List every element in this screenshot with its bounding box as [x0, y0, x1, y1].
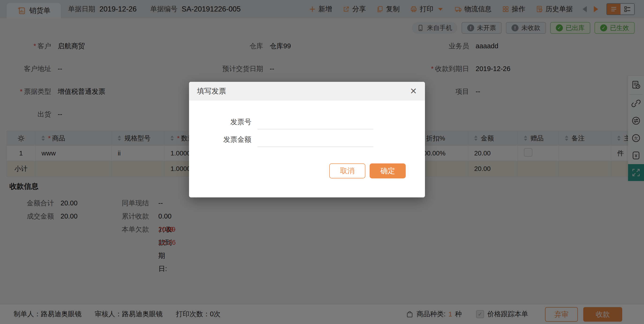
confirm-button[interactable]: 确定 [370, 164, 406, 178]
dialog-header: 填写发票 ✕ [189, 82, 425, 100]
invoice-no-label: 发票号 [189, 116, 252, 128]
invoice-no-input[interactable] [258, 119, 373, 130]
invoice-amount-label: 发票金额 [189, 134, 252, 145]
cancel-button[interactable]: 取消 [329, 164, 366, 178]
dialog-title: 填写发票 [197, 86, 226, 96]
close-icon[interactable]: ✕ [410, 87, 417, 96]
fill-invoice-dialog: 填写发票 ✕ 发票号 发票金额 取消 确定 [189, 82, 425, 198]
invoice-amount-input[interactable] [258, 136, 373, 147]
